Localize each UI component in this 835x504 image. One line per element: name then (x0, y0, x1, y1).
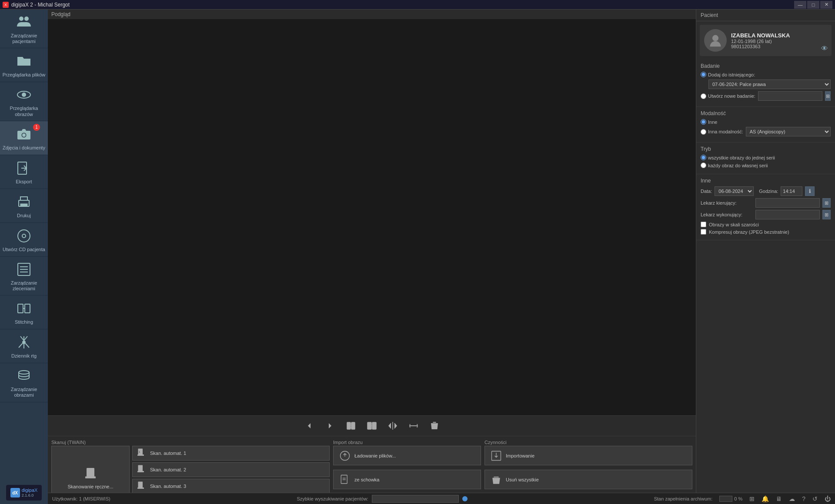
sidebar-item-zarzadzanie-zleceniami[interactable]: Zarządzanie zleceniami (0, 257, 48, 295)
load-files-button[interactable]: Ładowanie plików... (333, 446, 481, 465)
scan-manual-label: Skanowanie ręczne... (67, 484, 113, 489)
grid-icon[interactable]: ⊞ (749, 495, 755, 502)
import-panel: Import obrazu Ładowanie plików... ze sch… (333, 440, 481, 489)
maximize-button[interactable]: □ (807, 1, 819, 9)
sidebar-item-zarzadzanie-pacjentami[interactable]: Zarządzanie pacjentami (0, 10, 48, 48)
sidebar-item-eksport[interactable]: Eksport (0, 155, 48, 189)
search-label: Szybkie wyszukiwanie pacjentów: (297, 496, 368, 501)
next-button[interactable] (322, 418, 338, 434)
inna-modalnosc-select[interactable]: AS (Angioscopy) (746, 127, 831, 136)
inne-title: Inne (701, 178, 831, 184)
kompresuj-checkbox[interactable] (701, 229, 706, 235)
lekarz-wykonujacy-input[interactable] (755, 210, 820, 219)
utworz-btn[interactable]: ⊞ (825, 91, 831, 101)
flip-v-button[interactable] (406, 418, 421, 434)
obrazy-skala-checkbox[interactable] (701, 222, 706, 227)
tryb-opt2-radio[interactable] (701, 162, 706, 168)
db-icon (15, 367, 33, 385)
patient-eye-icon[interactable]: 👁 (821, 45, 828, 53)
usun-wszystkie-label: Usuń wszystkie (506, 477, 539, 482)
svg-point-20 (19, 371, 29, 374)
close-button[interactable]: ✕ (820, 1, 832, 9)
scan-auto-1-button[interactable]: 1 Skan. automat. 1 (132, 446, 330, 461)
inne-radio[interactable] (701, 119, 706, 125)
svg-point-46 (712, 35, 718, 41)
obrazy-skala-row: Obrazy w skali szarości (701, 222, 831, 227)
sidebar-label-przegladarka-plikow: Przeglądarka plików (3, 72, 45, 78)
svg-rect-16 (18, 304, 23, 313)
preview-label: Podgląd (48, 10, 696, 19)
utworz-radio-label: Utwórz nowe badanie: (701, 93, 755, 99)
utworz-input[interactable] (758, 91, 822, 101)
usun-wszystkie-button[interactable]: Usuń wszystkie (484, 470, 692, 489)
lekarz-kierujacy-btn[interactable]: ⊞ (822, 198, 831, 208)
sidebar-item-dziennik-rtg[interactable]: Dziennik rtg (0, 329, 48, 363)
statusbar-right: Stan zapełnienia archiwum: 0 % ⊞ 🔔 🖥 ☁ ?… (654, 495, 831, 502)
lekarz-kierujacy-input[interactable] (755, 198, 820, 208)
export-icon (15, 159, 33, 177)
help-icon[interactable]: ? (802, 495, 805, 502)
tryb-opt1-radio[interactable] (701, 155, 706, 160)
inna-modalnosc-radio[interactable] (701, 129, 706, 135)
utworz-label-text: Utwórz nowe badanie: (708, 93, 755, 99)
scan-auto-1-label: Skan. automat. 1 (150, 451, 186, 456)
patient-id: 98011203363 (731, 44, 827, 49)
titlebar-left: X digipaX 2 - Michal Sergot (3, 2, 70, 8)
sidebar-item-przegladarka-obrazow[interactable]: Przeglądarka obrazów (0, 82, 48, 121)
sidebar-item-stitching[interactable]: Stitching (0, 295, 48, 329)
scan-split-button[interactable] (364, 418, 380, 434)
scan-all-button[interactable] (343, 418, 359, 434)
monitor-icon[interactable]: 🖥 (776, 495, 782, 502)
flip-h-button[interactable] (385, 418, 401, 434)
avatar (704, 29, 727, 52)
user-label: Użytkownik: 1 (MISERWIS) (52, 496, 110, 501)
modalnosc-section: Modalność Inne Inna modalność: (696, 107, 835, 143)
scan-manual-button[interactable]: Skanowanie ręczne... (51, 446, 130, 493)
tryb-opt1-label: wszystkie obrazy do jednej serii (701, 155, 775, 160)
svg-rect-23 (367, 422, 371, 429)
utworz-radio[interactable] (701, 93, 706, 99)
people-icon (15, 13, 33, 31)
dodaj-select[interactable]: 07-06-2024: Palce prawa (708, 80, 831, 89)
tryb-opt2-text: każdy obraz do własnej serii (708, 163, 768, 168)
sidebar-item-drukuj[interactable]: Drukuj (0, 189, 48, 223)
bell-icon[interactable]: 🔔 (762, 495, 769, 502)
eye-icon (15, 86, 33, 104)
time-info-btn[interactable]: ℹ (805, 186, 815, 196)
date-select[interactable]: 06-08-2024 (715, 186, 754, 196)
sidebar-item-zarzadzanie-obrazami[interactable]: Zarządzanie obrazami (0, 363, 48, 402)
lekarz-wykonujacy-btn[interactable]: ⊞ (822, 210, 831, 219)
import-buttons: Ładowanie plików... ze schowka (333, 446, 481, 489)
inne-label-text: Inne (708, 119, 717, 125)
quick-search-input[interactable] (372, 495, 459, 503)
importowanie-button[interactable]: Importowanie (484, 446, 692, 465)
inna-modalnosc-label-text: Inna modalność: (708, 129, 743, 134)
svg-rect-42 (341, 475, 347, 483)
sidebar-item-zdjecia-dokumenty[interactable]: 1 Zdjęcia i dokumenty (0, 121, 48, 155)
sidebar-label-dziennik-rtg: Dziennik rtg (11, 353, 37, 359)
czynnosci-buttons: Importowanie Usuń wszystkie (484, 446, 692, 489)
minimize-button[interactable]: — (794, 1, 806, 9)
czynnosci-label: Czynności (484, 440, 692, 445)
time-input[interactable] (781, 186, 802, 196)
power-icon[interactable]: ⏻ (825, 495, 831, 502)
sidebar-item-przegladarka-plikow[interactable]: Przeglądarka plików (0, 48, 48, 82)
inna-modalnosc-radio-label: Inna modalność: (701, 129, 743, 135)
dodaj-select-row: 07-06-2024: Palce prawa (701, 80, 831, 89)
lekarz-wykonujacy-label: Lekarz wykonujący: (701, 212, 753, 217)
load-files-label: Ładowanie plików... (354, 453, 396, 458)
dodaj-radio-label: Dodaj do istniejącego: (701, 72, 755, 77)
refresh-icon[interactable]: ↺ (812, 495, 818, 502)
czynnosci-panel: Czynności Importowanie Usuń wszystkie (484, 440, 692, 489)
svg-point-19 (22, 341, 26, 344)
app-icon: X (3, 2, 9, 8)
cloud-icon[interactable]: ☁ (789, 495, 795, 502)
clipboard-button[interactable]: ze schowka (333, 470, 481, 489)
dodaj-radio[interactable] (701, 72, 706, 77)
scan-auto-2-button[interactable]: Skan. automat. 2 (132, 462, 330, 477)
titlebar-controls: — □ ✕ (794, 1, 832, 9)
scan-auto-3-button[interactable]: Skan. automat. 3 (132, 479, 330, 493)
delete-button[interactable] (427, 418, 442, 434)
prev-button[interactable] (301, 418, 317, 434)
sidebar-item-utworz-cd[interactable]: Utwórz CD pacjenta (0, 223, 48, 257)
